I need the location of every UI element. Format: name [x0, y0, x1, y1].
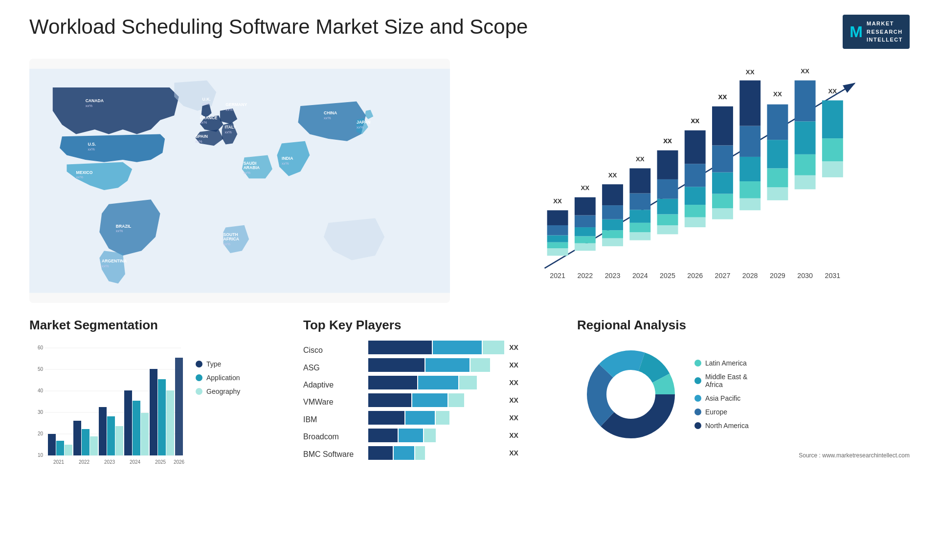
legend-geography: Geography [196, 388, 240, 395]
svg-text:ARGENTINA: ARGENTINA [102, 258, 127, 263]
svg-text:xx%: xx% [202, 102, 210, 106]
legend-asia-pacific: Asia Pacific [694, 394, 749, 402]
svg-rect-51 [602, 184, 623, 205]
svg-text:20: 20 [38, 431, 44, 436]
players-list: Cisco ASG Adaptive VMWare IBM Broadcom B… [303, 341, 558, 460]
world-map-svg: CANADA xx% U.S. xx% MEXICO xx% BRAZIL xx… [29, 59, 450, 303]
svg-text:30: 30 [38, 409, 44, 415]
bmc-value: XX [509, 449, 518, 457]
svg-text:xx%: xx% [282, 161, 289, 165]
svg-rect-74 [712, 145, 733, 172]
svg-text:2023: 2023 [104, 459, 115, 465]
svg-text:FRANCE: FRANCE [200, 115, 218, 120]
player-cisco: Cisco [303, 346, 354, 355]
svg-text:XX: XX [828, 87, 837, 95]
player-asg: ASG [303, 364, 354, 372]
players-names: Cisco ASG Adaptive VMWare IBM Broadcom B… [303, 341, 354, 460]
svg-rect-125 [65, 445, 72, 455]
adaptive-value: XX [509, 379, 518, 387]
legend-latin-america: Latin America [694, 359, 749, 367]
svg-rect-75 [712, 106, 733, 145]
latin-america-dot [694, 360, 701, 366]
ibm-value: XX [509, 414, 518, 422]
svg-rect-71 [712, 208, 733, 219]
svg-rect-86 [767, 104, 788, 140]
latin-america-label: Latin America [705, 359, 747, 367]
bar-vmware: XX [368, 393, 558, 407]
svg-text:INDIA: INDIA [282, 156, 293, 161]
svg-text:SOUTH: SOUTH [224, 232, 238, 237]
svg-rect-80 [739, 126, 760, 156]
svg-text:MEXICO: MEXICO [76, 170, 93, 174]
svg-text:xx%: xx% [224, 241, 231, 246]
page-title: Workload Scheduling Software Market Size… [29, 15, 528, 39]
svg-rect-61 [657, 198, 678, 214]
svg-rect-54 [629, 222, 650, 232]
svg-rect-47 [602, 238, 623, 246]
key-players: Top Key Players Cisco ASG Adaptive VMWar… [303, 318, 558, 494]
middle-east-dot [694, 377, 701, 384]
svg-rect-79 [739, 156, 760, 181]
segmentation-legend: Type Application Geography [196, 360, 240, 395]
svg-rect-127 [82, 429, 89, 455]
svg-text:XX: XX [553, 197, 562, 205]
header: Workload Scheduling Software Market Size… [29, 15, 910, 49]
svg-point-150 [607, 371, 654, 418]
svg-rect-90 [795, 80, 816, 121]
svg-text:JAPAN: JAPAN [357, 120, 370, 125]
svg-text:xx%: xx% [225, 107, 233, 111]
svg-rect-84 [767, 168, 788, 187]
source-text: Source : www.marketresearchintellect.com [577, 452, 910, 459]
player-bmc: BMC Software [303, 450, 354, 459]
svg-rect-42 [575, 236, 596, 243]
players-bars: XX XX [368, 341, 558, 460]
type-label: Type [206, 360, 221, 368]
logo-m-icon: M [850, 24, 863, 40]
bottom-section: Market Segmentation 60 50 40 30 20 10 [29, 318, 910, 494]
svg-text:BRAZIL: BRAZIL [116, 223, 132, 228]
market-segmentation: Market Segmentation 60 50 40 30 20 10 [29, 318, 284, 494]
geography-dot [196, 388, 202, 395]
asg-value: XX [509, 361, 518, 369]
segmentation-chart: 60 50 40 30 20 10 [29, 341, 186, 468]
players-title: Top Key Players [303, 318, 558, 333]
svg-text:CHINA: CHINA [324, 110, 337, 115]
svg-text:2024: 2024 [130, 459, 141, 465]
svg-rect-93 [822, 100, 843, 138]
north-america-label: North America [705, 422, 749, 430]
svg-text:2023: 2023 [605, 272, 621, 280]
svg-rect-137 [166, 390, 174, 455]
bar-chart-svg: XX XX XX XX [479, 68, 900, 293]
svg-rect-81 [739, 80, 760, 126]
svg-text:xx%: xx% [357, 125, 364, 129]
svg-rect-132 [124, 390, 132, 455]
svg-rect-88 [795, 154, 816, 175]
bar-broadcom: XX [368, 429, 558, 442]
svg-rect-53 [629, 232, 650, 240]
svg-text:XX: XX [801, 68, 809, 75]
svg-text:xx%: xx% [244, 170, 251, 174]
svg-rect-59 [657, 225, 678, 234]
svg-text:2030: 2030 [797, 272, 813, 280]
svg-text:xx%: xx% [88, 147, 95, 151]
regional-title: Regional Analysis [577, 318, 910, 333]
svg-text:XX: XX [718, 93, 727, 101]
legend-europe: Europe [694, 408, 749, 416]
svg-rect-78 [739, 181, 760, 198]
svg-text:2025: 2025 [660, 272, 675, 280]
svg-rect-62 [657, 179, 678, 198]
svg-rect-65 [685, 217, 706, 227]
svg-text:xx%: xx% [102, 263, 109, 268]
svg-rect-49 [602, 219, 623, 230]
svg-rect-41 [575, 243, 596, 250]
svg-text:2029: 2029 [770, 272, 785, 280]
svg-text:xx%: xx% [76, 175, 84, 179]
bar-asg: XX [368, 358, 558, 372]
svg-text:XX: XX [636, 155, 645, 163]
svg-rect-68 [685, 164, 706, 187]
svg-text:2021: 2021 [53, 459, 65, 465]
svg-text:xx%: xx% [324, 115, 331, 120]
svg-rect-63 [657, 150, 678, 179]
segmentation-title: Market Segmentation [29, 318, 284, 333]
regional-legend: Latin America Middle East &Africa Asia P… [694, 359, 749, 430]
